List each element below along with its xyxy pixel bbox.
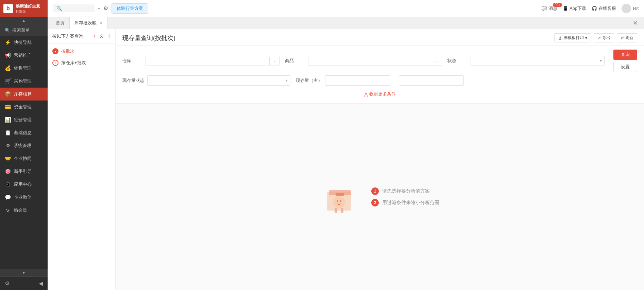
topbar-chevron-icon[interactable]: ▾ bbox=[98, 6, 100, 11]
sidebar-item-label: 营销推广 bbox=[14, 52, 32, 58]
sidebar-item-enterprise[interactable]: 🤝 企业协同 bbox=[0, 152, 48, 165]
sidebar-item-wechat[interactable]: 💬 企业微信 bbox=[0, 191, 48, 204]
sidebar-item-purchase[interactable]: 🛒 采购管理 bbox=[0, 75, 48, 88]
export-button[interactable]: ↗ 导出 bbox=[594, 33, 614, 42]
product-input-wrapper[interactable]: ··· bbox=[308, 56, 442, 66]
scheme-item-warehouse-batch[interactable]: ○ 按仓库+批次 bbox=[48, 57, 115, 69]
tab-close-icon[interactable]: × bbox=[100, 21, 102, 25]
sidebar-item-label: 基础信息 bbox=[14, 130, 32, 136]
tab-active-label: 库存批次账 bbox=[74, 20, 97, 26]
trial-button[interactable]: 体验行业方案 bbox=[112, 3, 148, 14]
guide-icon: 🎯 bbox=[5, 168, 11, 175]
empty-step-1: 1 请先选择要分析的方案 bbox=[371, 187, 439, 195]
status-select-wrapper: 全部 正常 停用 ▾ bbox=[471, 56, 605, 66]
sidebar-item-appstore[interactable]: 📱 应用中心 bbox=[0, 178, 48, 191]
quantity-from-input[interactable] bbox=[325, 75, 390, 86]
scheme-label-warehouse-batch: 按仓库+批次 bbox=[61, 60, 86, 66]
sidebar-item-quick-nav[interactable]: ⚡ 快捷导航 bbox=[0, 36, 48, 49]
tab-inventory-batch[interactable]: 库存批次账 × bbox=[70, 17, 107, 29]
topbar-gear-icon[interactable]: ⚙ bbox=[103, 5, 108, 12]
sidebar-item-system[interactable]: ⚙ 系统管理 bbox=[0, 139, 48, 152]
app-logo: b bbox=[3, 4, 13, 13]
sidebar-item-label: 企业微信 bbox=[14, 194, 32, 200]
collapse-filter-btn[interactable]: ⋀ 收起更多条件 bbox=[122, 89, 637, 99]
message-button[interactable]: 💬 消息 99+ bbox=[542, 5, 557, 12]
sidebar-item-finance[interactable]: 💳 资金管理 bbox=[0, 101, 48, 113]
sidebar-item-guide[interactable]: 🎯 新手引导 bbox=[0, 165, 48, 178]
warehouse-label: 仓库 bbox=[122, 58, 143, 64]
page-title: 现存量查询(按批次) bbox=[122, 34, 175, 42]
status-select[interactable]: 全部 正常 停用 bbox=[471, 56, 605, 66]
refresh-label: 刷新 bbox=[625, 35, 633, 41]
scheme-icon-batch: ● bbox=[52, 48, 58, 54]
search-icon: 🔍 bbox=[5, 28, 10, 33]
left-panel-actions: ＋ ⊙ 《 bbox=[92, 33, 111, 40]
sidebar-search[interactable]: 🔍 搜索菜单 bbox=[0, 24, 48, 36]
filter-product: 商品 ··· bbox=[285, 56, 442, 66]
sales-icon: 💰 bbox=[5, 65, 11, 71]
settings-footer-icon[interactable]: ⚙ bbox=[5, 280, 10, 287]
step-1-number: 1 bbox=[371, 187, 379, 195]
inventory-icon: 📦 bbox=[5, 91, 11, 97]
sidebar-scroll-up[interactable]: ▲ bbox=[0, 17, 48, 24]
inventory-status-select-wrapper: 全部 有库存 无库存 ▾ bbox=[147, 75, 290, 86]
print-button[interactable]: 🖨 按模板打印 ▾ bbox=[554, 33, 591, 42]
product-dots-btn[interactable]: ··· bbox=[432, 57, 442, 65]
close-all-tabs-icon[interactable]: ✕ bbox=[630, 18, 641, 28]
export-icon: ↗ bbox=[597, 36, 601, 40]
warehouse-dots-btn[interactable]: ··· bbox=[269, 57, 279, 65]
wechat-icon: 💬 bbox=[5, 194, 11, 200]
inventory-status-select[interactable]: 全部 有库存 无库存 bbox=[147, 75, 290, 86]
topbar-search-input[interactable] bbox=[64, 6, 91, 11]
warehouse-input[interactable] bbox=[146, 57, 269, 65]
refresh-icon: ↺ bbox=[621, 36, 624, 40]
inventory-status-label: 现存量状态 bbox=[122, 77, 145, 84]
topbar-search-box[interactable]: 🔍 bbox=[53, 4, 95, 12]
sidebar-item-label: 企业协同 bbox=[14, 156, 32, 162]
filter-settings-button[interactable]: 设置 bbox=[613, 62, 637, 72]
right-content: 现存量查询(按批次) 🖨 按模板打印 ▾ ↗ 导出 ↺ 刷新 bbox=[116, 29, 644, 290]
svg-rect-7 bbox=[341, 208, 343, 213]
filter-area: 仓库 ··· 商品 ··· 状态 bbox=[116, 46, 644, 104]
tab-home[interactable]: 首页 bbox=[51, 17, 70, 29]
collapse-sidebar-icon[interactable]: ◀ bbox=[39, 280, 43, 287]
sidebar-scroll-down[interactable]: ▼ bbox=[0, 269, 48, 276]
enterprise-icon: 🤝 bbox=[5, 156, 11, 162]
warehouse-input-wrapper[interactable]: ··· bbox=[146, 56, 279, 66]
sidebar-item-label: 采购管理 bbox=[14, 78, 32, 84]
scheme-list: ● 按批次 ○ 按仓库+批次 bbox=[48, 43, 115, 290]
filter-row-1: 仓库 ··· 商品 ··· 状态 bbox=[122, 50, 637, 72]
sidebar-item-basic[interactable]: 📋 基础信息 bbox=[0, 126, 48, 139]
sidebar-item-inventory[interactable]: 📦 库存核算 bbox=[0, 88, 48, 101]
online-service-button[interactable]: 🎧 在线客服 bbox=[592, 5, 616, 12]
empty-steps: 1 请先选择要分析的方案 2 用过滤条件来缩小分析范围 bbox=[371, 187, 439, 206]
topbar-search-icon: 🔍 bbox=[56, 6, 62, 11]
sidebar-item-label: 资金管理 bbox=[14, 104, 32, 110]
user-menu[interactable]: Rit bbox=[622, 4, 639, 13]
app-download-button[interactable]: 📱 App下载 bbox=[563, 5, 586, 12]
sidebar-item-marketing[interactable]: 📢 营销推广 bbox=[0, 49, 48, 62]
tab-home-label: 首页 bbox=[56, 20, 65, 26]
empty-illustration bbox=[320, 180, 361, 214]
query-button[interactable]: 查询 bbox=[613, 50, 637, 60]
sidebar-item-member[interactable]: V 畅会员 bbox=[0, 204, 48, 217]
sidebar-item-sales[interactable]: 💰 销售管理 bbox=[0, 62, 48, 75]
add-scheme-icon[interactable]: ＋ bbox=[92, 33, 97, 40]
topbar-right: 💬 消息 99+ 📱 App下载 🎧 在线客服 Rit bbox=[542, 4, 639, 13]
sidebar-item-label: 库存核算 bbox=[14, 91, 32, 97]
quantity-main-label: 现存量（主） bbox=[296, 77, 322, 84]
tab-bar-right: ✕ bbox=[630, 18, 641, 28]
quantity-dash: — bbox=[392, 78, 397, 83]
user-avatar bbox=[622, 4, 631, 13]
quantity-to-input[interactable] bbox=[399, 75, 464, 86]
sidebar-item-operations[interactable]: 📊 经营管理 bbox=[0, 113, 48, 126]
product-input[interactable] bbox=[308, 57, 432, 65]
member-icon: V bbox=[5, 207, 11, 213]
scheme-settings-icon[interactable]: ⊙ bbox=[99, 33, 104, 39]
refresh-button[interactable]: ↺ 刷新 bbox=[617, 33, 637, 42]
scheme-item-batch[interactable]: ● 按批次 bbox=[48, 46, 115, 57]
app-title-area: 畅康通好生意 标准版 bbox=[16, 3, 40, 14]
sidebar-item-label: 系统管理 bbox=[14, 143, 31, 149]
filter-warehouse: 仓库 ··· bbox=[122, 56, 279, 66]
panel-collapse-icon[interactable]: 《 bbox=[106, 33, 111, 39]
